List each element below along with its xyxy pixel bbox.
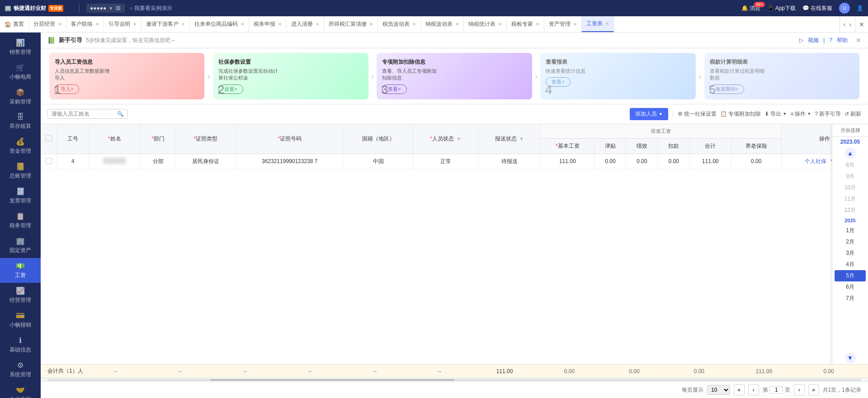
- sidebar-item-system[interactable]: ⚙ 系统管理: [0, 357, 41, 382]
- tab-zichan[interactable]: 资产管理 ✕: [544, 16, 582, 32]
- tab-yinshuoshuoming[interactable]: 引导说明 ✕: [104, 16, 142, 32]
- search-input[interactable]: [52, 111, 115, 117]
- status-sort-icon[interactable]: ▼: [457, 136, 461, 141]
- scrollbar-thumb[interactable]: [210, 379, 454, 381]
- operate-icon: ≡: [790, 111, 793, 117]
- sidebar-item-collab[interactable]: 🤝 企业协同: [0, 382, 41, 398]
- month-12[interactable]: 12月: [832, 205, 868, 216]
- sidebar-item-invoice[interactable]: 🧾 发票管理: [0, 183, 41, 208]
- sidebar-item-sales[interactable]: 📊 销售管理: [0, 35, 41, 60]
- month-3[interactable]: 3月: [832, 248, 868, 259]
- month-7[interactable]: 7月: [832, 293, 868, 304]
- special-deduct-btn[interactable]: 📋 专项附加扣除: [720, 110, 761, 118]
- last-page-btn[interactable]: »: [808, 384, 819, 395]
- tab-shuiwu[interactable]: 税务申报 ✕: [249, 16, 287, 32]
- tab-yaoqing[interactable]: 邀请下游客户 ✕: [142, 16, 190, 32]
- month-6[interactable]: 6月: [832, 281, 868, 293]
- month-1[interactable]: 1月: [832, 225, 868, 236]
- tab-next-arrow[interactable]: ›: [848, 21, 853, 28]
- month-picker-year[interactable]: 2023.05: [839, 137, 862, 147]
- tab-gongzi[interactable]: 工资表 ✕: [582, 16, 614, 32]
- tab-shuiwu-close[interactable]: ✕: [278, 22, 282, 27]
- add-person-button[interactable]: 添加人员 ▼: [630, 108, 669, 120]
- tab-wanglai-close[interactable]: ✕: [241, 22, 244, 27]
- sidebar-item-salary[interactable]: 💵 工资: [0, 258, 41, 283]
- operate-btn[interactable]: ≡ 操作 ▼: [790, 110, 811, 118]
- sidebar-item-xiaochang-sales[interactable]: 💳 小畅报销: [0, 308, 41, 332]
- tab-yaoqing-close[interactable]: ✕: [181, 22, 185, 27]
- horizontal-scrollbar[interactable]: [41, 378, 868, 381]
- sidebar-item-purchase[interactable]: 📦 采购管理: [0, 84, 41, 109]
- prev-page-btn[interactable]: ‹: [748, 384, 759, 395]
- search-icon[interactable]: 🔍: [117, 111, 124, 117]
- guide-close-btn[interactable]: ✕: [856, 37, 861, 44]
- guide-help-label[interactable]: 帮助: [837, 37, 848, 44]
- tab-fen-ceng[interactable]: 分层经营 ✕: [29, 16, 66, 32]
- current-company-text: ●●●●●: [90, 5, 106, 11]
- month-10[interactable]: 10月: [832, 182, 868, 193]
- page-number-input[interactable]: [769, 386, 783, 393]
- tab-suode[interactable]: 所得税汇算清缴 ✕: [324, 16, 378, 32]
- sidebar-item-funds[interactable]: 💰 资金管理: [0, 134, 41, 159]
- play-icon: ▷: [799, 37, 803, 43]
- tab-nabo[interactable]: 纳税波动表 ✕: [421, 16, 464, 32]
- sidebar-item-operations[interactable]: 📈 经营管理: [0, 283, 41, 308]
- send-status-sort-icon[interactable]: ▼: [519, 136, 524, 141]
- online-service-btn[interactable]: 💬 在线客服: [802, 5, 832, 12]
- tab-jinru-close[interactable]: ✕: [316, 22, 319, 27]
- social-settings-btn[interactable]: ⚙ 统一社保设置: [678, 110, 717, 118]
- app-download-btn[interactable]: 📱 App下载: [767, 5, 796, 12]
- next-page-btn[interactable]: ›: [794, 384, 805, 395]
- select-all-checkbox[interactable]: [46, 135, 52, 141]
- tab-natongji[interactable]: 纳税统计表 ✕: [464, 16, 507, 32]
- sidebar-item-xiaochang[interactable]: 🛒 小畅电商: [0, 60, 41, 84]
- tab-prev-arrow[interactable]: ‹: [842, 21, 847, 28]
- tab-nabo-close[interactable]: ✕: [455, 22, 459, 27]
- sidebar-item-basic[interactable]: ℹ 基础信息: [0, 332, 41, 357]
- month-2[interactable]: 2月: [832, 236, 868, 248]
- tab-zhuanjia[interactable]: 税检专家 ✕: [507, 16, 544, 32]
- tab-zichan-close[interactable]: ✕: [573, 22, 577, 27]
- first-page-btn[interactable]: «: [734, 384, 745, 395]
- page-size-select[interactable]: 10 20 50 100: [707, 385, 730, 395]
- refresh-btn[interactable]: ↺ 刷新: [844, 110, 861, 118]
- sidebar-item-inventory[interactable]: 🗄 库存核算: [0, 109, 41, 134]
- tab-yinshuoshuoming-close[interactable]: ✕: [133, 22, 137, 27]
- tab-home[interactable]: 🏠 首页: [0, 16, 29, 32]
- guide-video-label[interactable]: 视频: [808, 37, 819, 44]
- tab-fen-ceng-close[interactable]: ✕: [58, 22, 61, 27]
- tab-natongji-close[interactable]: ✕: [498, 22, 502, 27]
- tab-wanglai[interactable]: 往来单位商品编码 ✕: [190, 16, 249, 32]
- new-guide-btn[interactable]: ? 新手引导: [815, 110, 841, 118]
- sidebar-item-accounting[interactable]: 📒 总账管理: [0, 159, 41, 183]
- sidebar-item-assets[interactable]: 🏢 固定资产: [0, 233, 41, 258]
- row-checkbox[interactable]: [46, 158, 52, 164]
- month-9[interactable]: 9月: [832, 171, 868, 182]
- tab-mianjian-close[interactable]: ✕: [412, 22, 416, 27]
- demo-link[interactable]: ○ 我要看实例演示: [129, 5, 172, 12]
- company-dropdown-icon[interactable]: ▼: [108, 6, 113, 11]
- month-11[interactable]: 11月: [832, 193, 868, 205]
- month-5[interactable]: 5月: [835, 270, 866, 281]
- tab-gongzi-close[interactable]: ✕: [605, 21, 609, 26]
- personal-social-link[interactable]: 个人社保: [805, 158, 826, 164]
- message-btn[interactable]: 🔔 消息 99+: [741, 5, 760, 12]
- page-info: 第 页: [763, 386, 790, 394]
- month-picker-down-btn[interactable]: ▼: [845, 352, 856, 363]
- tab-zhuanjia-close[interactable]: ✕: [536, 22, 539, 27]
- tab-mianjian[interactable]: 税负波动表 ✕: [378, 16, 421, 32]
- tab-jinru[interactable]: 进入清册 ✕: [287, 16, 324, 32]
- user-btn[interactable]: 👤: [857, 5, 863, 11]
- footer-cell-0: --: [83, 368, 148, 375]
- month-8[interactable]: 8月: [832, 159, 868, 171]
- tab-kehu-close[interactable]: ✕: [95, 22, 99, 27]
- tab-kehu[interactable]: 客户联络 ✕: [66, 16, 104, 32]
- settings-icon[interactable]: ⚙: [115, 5, 121, 12]
- tab-suode-close[interactable]: ✕: [369, 22, 373, 27]
- sidebar-item-tax[interactable]: 📋 税务管理: [0, 208, 41, 233]
- export-btn[interactable]: ⬇ 导出 ▼: [764, 110, 787, 118]
- month-4[interactable]: 4月: [832, 259, 868, 270]
- month-picker-up-btn[interactable]: ▲: [845, 148, 856, 159]
- close-all-tabs-btn[interactable]: ✕: [855, 16, 868, 32]
- avatar[interactable]: U: [839, 3, 850, 14]
